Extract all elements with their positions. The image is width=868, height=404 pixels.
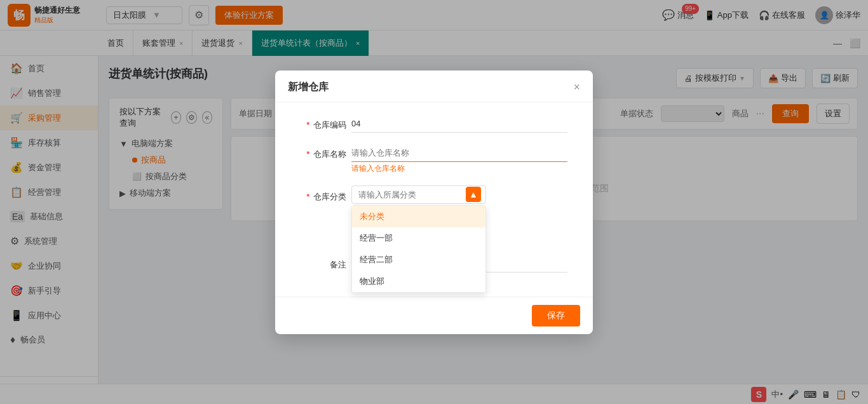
category-select-wrap: ▲ 未分类 经营一部 经营二部 (351, 185, 486, 204)
form-row-name: * 仓库名称 请输入仓库名称 (301, 144, 567, 174)
name-label: * 仓库名称 (301, 144, 351, 160)
required-star-category: * (306, 192, 309, 201)
note-label-text: 备注 (330, 260, 346, 269)
code-input[interactable] (351, 115, 567, 133)
form-row-category: * 仓库分类 ▲ 未分类 经营一部 (301, 185, 567, 204)
dropdown-option-2[interactable]: 经营二部 (352, 249, 485, 271)
dropdown-option-1-label: 经营一部 (360, 233, 393, 243)
name-label-text: 仓库名称 (313, 149, 346, 159)
dropdown-option-3[interactable]: 物业部 (352, 271, 485, 292)
code-input-wrap (351, 115, 567, 133)
dropdown-option-0-label: 未分类 (360, 212, 384, 221)
name-input-wrap: 请输入仓库名称 (351, 144, 567, 174)
category-dropdown-arrow[interactable]: ▲ (466, 187, 481, 202)
modal-overlay: 新增仓库 × * 仓库编码 * 仓库名称 (0, 0, 868, 404)
name-input[interactable] (351, 144, 567, 162)
category-label: * 仓库分类 (301, 187, 351, 203)
dropdown-option-1[interactable]: 经营一部 (352, 227, 485, 249)
category-label-text: 仓库分类 (313, 192, 346, 201)
modal-add-warehouse: 新增仓库 × * 仓库编码 * 仓库名称 (275, 71, 593, 334)
modal-footer: 保存 (275, 297, 593, 334)
save-button[interactable]: 保存 (532, 305, 580, 327)
category-dropdown: 未分类 经营一部 经营二部 物业部 (351, 205, 486, 293)
modal-title: 新增仓库 (288, 81, 329, 94)
name-error-msg: 请输入仓库名称 (351, 163, 567, 174)
modal-header: 新增仓库 × (275, 71, 593, 102)
dropdown-option-2-label: 经营二部 (360, 255, 393, 264)
code-label: * 仓库编码 (301, 115, 351, 131)
code-label-text: 仓库编码 (313, 120, 346, 130)
modal-body: * 仓库编码 * 仓库名称 请输入仓库名称 (275, 102, 593, 297)
category-row-inner: * 仓库分类 ▲ 未分类 经营一部 (301, 185, 486, 204)
dropdown-option-3-label: 物业部 (360, 276, 384, 286)
form-row-code: * 仓库编码 (301, 115, 567, 133)
required-star-name: * (306, 149, 309, 159)
required-star-code: * (306, 120, 309, 130)
dropdown-option-0[interactable]: 未分类 (352, 206, 485, 227)
note-label: 备注 (301, 255, 351, 271)
modal-close-button[interactable]: × (573, 81, 580, 94)
